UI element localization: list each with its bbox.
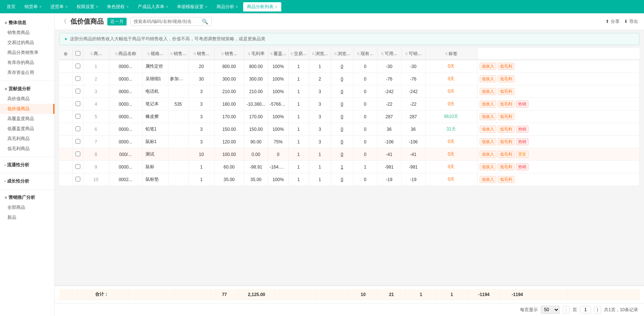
nav-tab-permissions[interactable]: 权限设置 × — [73, 2, 102, 11]
close-icon[interactable]: × — [166, 4, 168, 9]
tag-badge: 低收入 — [480, 138, 496, 145]
row-checkbox[interactable] — [76, 177, 80, 181]
close-icon[interactable]: × — [39, 4, 41, 9]
row-browse1[interactable]: 1 — [331, 161, 353, 173]
column-stock: ⇅ 现有... — [353, 48, 377, 60]
sidebar-item-low-value[interactable]: 低价值商品 — [0, 104, 54, 114]
nav-tab-purchase[interactable]: 进货单 × — [47, 2, 71, 11]
row-browse1[interactable]: 0 — [331, 85, 353, 98]
row-checkbox[interactable] — [76, 139, 80, 144]
row-spec: 535 — [168, 98, 188, 111]
sidebar-item-all-products[interactable]: 全部商品 — [0, 203, 54, 213]
row-checkbox[interactable] — [76, 164, 80, 169]
row-browse1[interactable]: 0 — [331, 148, 353, 161]
sidebar-collapse-button[interactable]: 《 — [61, 18, 67, 26]
sort-icon[interactable]: ⇅ — [312, 52, 315, 56]
row-browse2: 0 — [353, 148, 377, 161]
sort-icon[interactable]: ⇅ — [248, 52, 251, 56]
row-browse1[interactable]: 0 — [331, 73, 353, 85]
sidebar-item-new-products[interactable]: 新品 — [0, 213, 54, 222]
sidebar-item-high-coverage[interactable]: 高覆盖度商品 — [0, 114, 54, 124]
sort-icon[interactable]: ⇅ — [147, 52, 150, 56]
row-checkbox[interactable] — [76, 89, 80, 94]
close-icon[interactable]: × — [236, 4, 238, 9]
sidebar-group-growth[interactable]: › 成长性分析 — [0, 176, 54, 186]
table-row: 20000...吴细细1参加复试30300.00300.00100%1200-7… — [59, 73, 640, 85]
sidebar-item-sales-products[interactable]: 销售类商品 — [0, 28, 54, 38]
sort-icon[interactable]: ⇅ — [90, 52, 93, 56]
sort-icon[interactable]: ⇅ — [334, 52, 337, 56]
sort-icon[interactable]: ⇅ — [445, 52, 448, 56]
row-stock: -22 — [377, 98, 401, 111]
row-browse1[interactable]: 0 — [331, 123, 353, 136]
row-checkbox[interactable] — [76, 64, 80, 68]
sort-icon[interactable]: ⇅ — [170, 52, 173, 56]
sort-icon[interactable]: ⇅ — [115, 52, 118, 56]
sidebar-group-contribution[interactable]: ∨ 贡献值分析 — [0, 84, 54, 94]
column-settings[interactable]: ⚙ — [59, 48, 73, 60]
first-page-button[interactable]: ⟨ — [563, 306, 570, 313]
nav-tab-roles[interactable]: 角色授权 × — [103, 2, 132, 11]
sidebar-group-marketing[interactable]: ∨ 营销推广分析 — [0, 193, 54, 203]
close-icon[interactable]: × — [65, 4, 67, 9]
row-checkbox[interactable] — [76, 152, 80, 156]
nav-tab-template[interactable]: 单据模板设置 × — [173, 2, 211, 11]
nav-tab-product-analysis-list[interactable]: 商品分析列表 × — [243, 2, 281, 11]
sidebar-item-high-margin[interactable]: 高毛利商品 — [0, 134, 54, 144]
nav-tab-inventory[interactable]: 产成品入库单 × — [134, 2, 172, 11]
row-trade: 1 — [309, 161, 331, 173]
sidebar-item-capital[interactable]: 库存资金占用 — [0, 68, 54, 78]
sidebar-item-traded-products[interactable]: 交易过的商品 — [0, 38, 54, 48]
sidebar-group-overview[interactable]: ∨ 整体信息 — [0, 18, 54, 28]
sidebar-item-stocked-products[interactable]: 有库存的商品 — [0, 58, 54, 68]
row-settings-cell — [59, 148, 73, 161]
tag-badge: 低毛利 — [498, 113, 514, 120]
close-icon[interactable]: × — [205, 4, 207, 9]
period-badge[interactable]: 近一月 — [107, 18, 127, 26]
chevron-down-icon: ∨ — [4, 87, 7, 91]
sort-icon[interactable]: ⇅ — [290, 52, 293, 56]
row-sale-amount: 300.00 — [244, 73, 268, 85]
sidebar-item-low-coverage[interactable]: 低覆盖度商品 — [0, 124, 54, 134]
sidebar-item-low-margin[interactable]: 低毛利商品 — [0, 144, 54, 154]
row-browse1[interactable]: 0 — [331, 136, 353, 148]
row-browse1[interactable]: 0 — [331, 60, 353, 73]
sidebar-item-category-rate[interactable]: 商品分类销售率 — [0, 48, 54, 58]
next-page-button[interactable]: ⟩ — [594, 306, 601, 313]
row-checkbox[interactable] — [76, 114, 80, 119]
export-button[interactable]: ⬇ 导出 — [624, 18, 638, 25]
row-stock: -30 — [377, 60, 401, 73]
close-icon[interactable]: × — [96, 4, 98, 9]
row-gross-rate: 100% — [268, 73, 288, 85]
row-sale-price: 170.00 — [214, 111, 244, 123]
sort-icon[interactable]: ⇅ — [221, 52, 224, 56]
sidebar-group-liquidity[interactable]: › 流通性分析 — [0, 160, 54, 170]
nav-tab-product-analysis[interactable]: 商品分析 × — [213, 2, 242, 11]
sort-icon[interactable]: ⇅ — [381, 52, 384, 56]
search-icon[interactable]: 🔍 — [202, 18, 208, 24]
close-icon[interactable]: × — [126, 4, 128, 9]
sort-icon[interactable]: ⇅ — [270, 52, 273, 56]
row-browse1[interactable]: 0 — [331, 111, 353, 123]
sort-icon[interactable]: ⇅ — [405, 52, 408, 56]
row-browse1[interactable]: 0 — [331, 173, 353, 186]
page-input[interactable] — [580, 306, 591, 313]
row-gross-rate: -164.85% — [268, 161, 288, 173]
row-checkbox[interactable] — [76, 76, 80, 81]
page-size-select[interactable]: 50 20 100 — [541, 306, 560, 314]
row-checkbox[interactable] — [76, 126, 80, 131]
row-browse1[interactable]: 0 — [331, 98, 353, 111]
sort-icon[interactable]: ⇅ — [357, 52, 360, 56]
nav-tab-home[interactable]: 首页 — [3, 2, 19, 11]
search-input[interactable] — [134, 19, 200, 24]
row-code: 0000... — [109, 98, 142, 111]
settings-icon[interactable]: ⚙ — [64, 51, 68, 57]
row-checkbox-cell — [73, 98, 83, 111]
select-all-checkbox[interactable] — [76, 51, 80, 56]
sidebar-item-high-value[interactable]: 高价值商品 — [0, 94, 54, 104]
share-button[interactable]: ⬆ 分享 — [606, 18, 620, 25]
nav-tab-sales[interactable]: 销货单 × — [21, 2, 45, 11]
row-checkbox[interactable] — [76, 101, 80, 106]
close-icon[interactable]: × — [275, 4, 277, 9]
sort-icon[interactable]: ⇅ — [193, 52, 196, 56]
